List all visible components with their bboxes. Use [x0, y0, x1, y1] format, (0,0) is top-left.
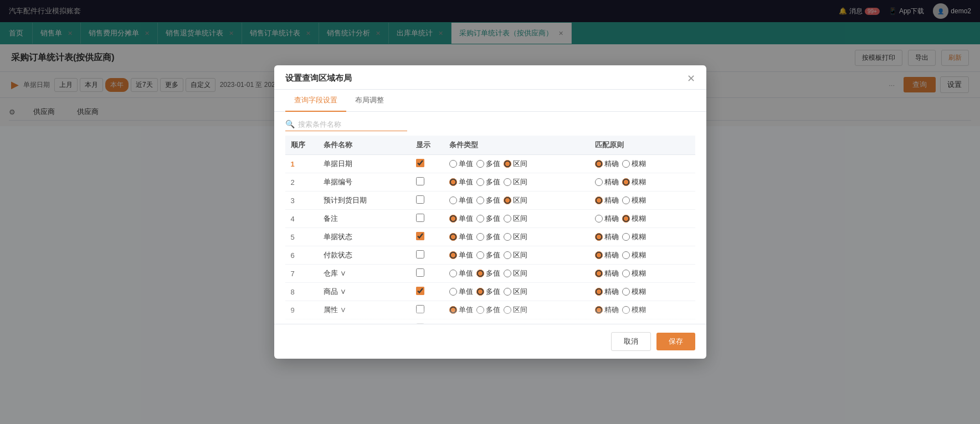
- dialog-header: 设置查询区域布局 ✕: [274, 65, 706, 90]
- dialog-tab-layout[interactable]: 布局调整: [346, 90, 393, 112]
- dialog-title: 设置查询区域布局: [285, 73, 352, 84]
- dialog-tabs: 查询字段设置 布局调整: [274, 90, 706, 112]
- modal-overlay: 设置查询区域布局 ✕ 查询字段设置 布局调整 🔍 顺序 条件名称 显示: [0, 0, 980, 126]
- dialog-search-area: 🔍: [274, 112, 706, 126]
- settings-dialog: 设置查询区域布局 ✕ 查询字段设置 布局调整 🔍 顺序 条件名称 显示: [274, 65, 706, 126]
- search-icon: 🔍: [285, 120, 295, 126]
- dialog-tab-fields[interactable]: 查询字段设置: [285, 90, 346, 112]
- dialog-close-button[interactable]: ✕: [687, 74, 695, 84]
- search-input[interactable]: [298, 120, 398, 127]
- search-input-wrap: 🔍: [285, 117, 407, 126]
